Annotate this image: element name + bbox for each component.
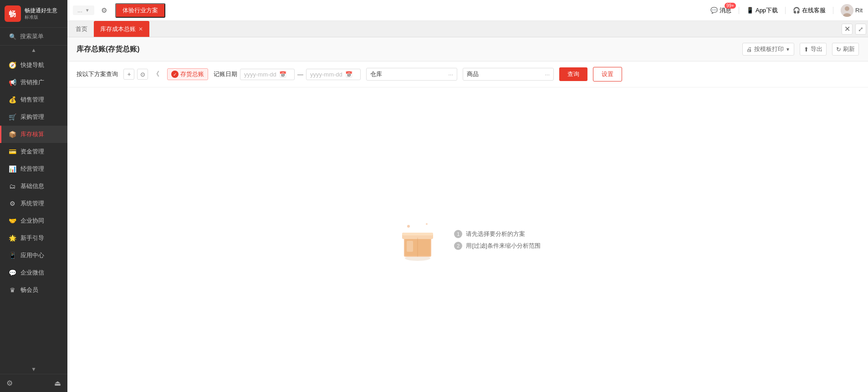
collapse-filter-btn[interactable]: 《 bbox=[151, 69, 162, 80]
date-end-input[interactable]: yyyy-mm-dd 📅 bbox=[306, 69, 361, 80]
sidebar-item-apps[interactable]: 📱 应用中心 bbox=[0, 247, 67, 264]
topbar-gear-btn[interactable]: ⚙ bbox=[98, 4, 111, 17]
scheme-tag[interactable]: ✓ 存货总账 bbox=[167, 68, 208, 80]
inventory-icon: 📦 bbox=[8, 131, 17, 138]
sidebar-item-vip[interactable]: ♛ 畅会员 bbox=[0, 281, 67, 299]
sidebar-item-quick-nav[interactable]: 🧭 快捷导航 bbox=[0, 56, 67, 74]
tab-inventory-ledger[interactable]: 库存成本总账 ✕ bbox=[94, 21, 149, 37]
empty-tip-1: 1 请先选择要分析的方案 bbox=[454, 230, 540, 238]
scroll-up-btn[interactable]: ▲ bbox=[0, 46, 67, 55]
svg-point-10 bbox=[407, 225, 410, 228]
sidebar-nav: 🧭 快捷导航 📢 营销推广 💰 销售管理 🛒 采购管理 📦 库存核算 💳 资金管… bbox=[0, 55, 67, 365]
sidebar-item-newbie[interactable]: 🌟 新手引导 bbox=[0, 229, 67, 247]
query-btn[interactable]: 查询 bbox=[559, 67, 587, 81]
calendar-start-icon: 📅 bbox=[279, 71, 286, 78]
settings-footer-btn[interactable]: ⚙ bbox=[6, 379, 13, 387]
page-title: 库存总账(存货总账) bbox=[77, 45, 140, 54]
scheme-icon: ✓ bbox=[171, 71, 179, 78]
print-icon: 🖨 bbox=[746, 46, 752, 53]
export-btn[interactable]: ⬆ 导出 bbox=[800, 43, 827, 56]
sidebar-item-cooperation[interactable]: 🤝 企业协同 bbox=[0, 212, 67, 229]
page-content: 库存总账(存货总账) 🖨 按模板打印 ▼ ⬆ 导出 ↻ 刷新 按以下方案查询 bbox=[67, 37, 868, 392]
topbar-left: ... ▼ ⚙ 体验行业方案 bbox=[73, 3, 710, 18]
marketing-icon: 📢 bbox=[8, 79, 17, 86]
breadcrumb[interactable]: ... ▼ bbox=[73, 5, 94, 15]
app-download-btn[interactable]: 📱 App下载 bbox=[746, 6, 778, 15]
quick-nav-icon: 🧭 bbox=[8, 61, 17, 69]
svg-point-2 bbox=[845, 6, 849, 11]
message-icon: 💬 bbox=[710, 7, 718, 14]
sidebar-item-inventory[interactable]: 📦 库存核算 bbox=[0, 126, 67, 143]
settings-btn[interactable]: 设置 bbox=[593, 67, 622, 81]
sidebar-item-system[interactable]: ⚙ 系统管理 bbox=[0, 195, 67, 212]
sidebar-item-purchase[interactable]: 🛒 采购管理 bbox=[0, 108, 67, 126]
scroll-down-btn[interactable]: ▼ bbox=[0, 365, 67, 374]
print-dropdown-icon: ▼ bbox=[786, 47, 790, 52]
wechat-icon: 💬 bbox=[8, 269, 17, 276]
export-icon: ⬆ bbox=[804, 46, 809, 53]
basic-icon: 🗂 bbox=[8, 183, 17, 190]
warehouse-field[interactable]: 仓库 ··· bbox=[366, 68, 457, 81]
search-icon: 🔍 bbox=[9, 33, 16, 40]
filter-label: 按以下方案查询 bbox=[77, 70, 118, 78]
user-profile-btn[interactable]: Rit bbox=[841, 4, 863, 17]
apps-icon: 📱 bbox=[8, 252, 17, 259]
sidebar-item-marketing[interactable]: 📢 营销推广 bbox=[0, 74, 67, 91]
tip-num-1: 1 bbox=[454, 230, 462, 238]
edit-filter-btn[interactable]: ⊙ bbox=[137, 69, 148, 80]
tip-num-2: 2 bbox=[454, 242, 462, 250]
sidebar-item-wechat[interactable]: 💬 企业微信 bbox=[0, 264, 67, 281]
page-actions: 🖨 按模板打印 ▼ ⬆ 导出 ↻ 刷新 bbox=[742, 43, 859, 56]
product-field[interactable]: 商品 ··· bbox=[463, 68, 554, 81]
breadcrumb-arrow: ▼ bbox=[85, 8, 90, 13]
filter-actions: ＋ ⊙ 《 bbox=[123, 69, 162, 80]
app-logo: 畅 畅捷通好生意 标准版 bbox=[0, 0, 67, 28]
system-icon: ⚙ bbox=[8, 200, 17, 207]
sidebar-item-sales[interactable]: 💰 销售管理 bbox=[0, 91, 67, 108]
refresh-btn[interactable]: ↻ 刷新 bbox=[832, 43, 859, 56]
sidebar-item-finance[interactable]: 💳 资金管理 bbox=[0, 143, 67, 160]
sidebar-item-operations[interactable]: 📊 经营管理 bbox=[0, 160, 67, 178]
vip-icon: ♛ bbox=[8, 286, 17, 294]
operations-icon: 📊 bbox=[8, 165, 17, 173]
speaker-footer-btn[interactable]: ⏏ bbox=[54, 379, 61, 387]
svg-text:畅: 畅 bbox=[9, 10, 16, 18]
messages-btn[interactable]: 💬 消息 99+ bbox=[710, 6, 731, 15]
tab-home[interactable]: 首页 bbox=[69, 21, 94, 37]
mobile-icon: 📱 bbox=[746, 7, 754, 14]
calendar-end-icon: 📅 bbox=[345, 71, 352, 78]
panel-close-btn[interactable]: ✕ bbox=[842, 24, 853, 35]
username-label: Rit bbox=[855, 7, 863, 14]
topbar: ... ▼ ⚙ 体验行业方案 💬 消息 99+ 📱 App下载 🎧 在线客服 bbox=[67, 0, 868, 21]
topbar-right: 💬 消息 99+ 📱 App下载 🎧 在线客服 bbox=[710, 4, 863, 17]
date-range: 记账日期 yyyy-mm-dd 📅 — yyyy-mm-dd 📅 bbox=[214, 69, 361, 80]
svg-point-11 bbox=[426, 223, 428, 225]
add-filter-btn[interactable]: ＋ bbox=[123, 69, 134, 80]
svg-rect-7 bbox=[407, 241, 413, 252]
sidebar-item-basic[interactable]: 🗂 基础信息 bbox=[0, 178, 67, 195]
warehouse-more-icon: ··· bbox=[448, 71, 453, 78]
online-service-btn[interactable]: 🎧 在线客服 bbox=[793, 6, 826, 15]
tab-close-btn[interactable]: ✕ bbox=[138, 26, 143, 32]
page-header: 库存总账(存货总账) 🖨 按模板打印 ▼ ⬆ 导出 ↻ 刷新 bbox=[67, 37, 868, 61]
sidebar-footer: ⚙ ⏏ bbox=[0, 374, 67, 392]
purchase-icon: 🛒 bbox=[8, 113, 17, 121]
avatar bbox=[841, 4, 853, 17]
date-label: 记账日期 bbox=[214, 70, 237, 78]
empty-state: 1 请先选择要分析的方案 2 用[过滤]条件来缩小分析范围 bbox=[67, 87, 868, 392]
sidebar: 畅 畅捷通好生意 标准版 🔍 搜索菜单 ▲ 🧭 快捷导航 📢 营销推广 💰 销售… bbox=[0, 0, 67, 392]
panel-expand-btn[interactable]: ⤢ bbox=[855, 24, 866, 35]
print-btn[interactable]: 🖨 按模板打印 ▼ bbox=[742, 43, 794, 56]
scheme-selector: ✓ 存货总账 bbox=[167, 68, 208, 80]
svg-rect-9 bbox=[402, 233, 433, 235]
refresh-icon: ↻ bbox=[836, 46, 841, 53]
empty-content: 1 请先选择要分析的方案 2 用[过滤]条件来缩小分析范围 bbox=[395, 217, 540, 263]
logo-text: 畅捷通好生意 标准版 bbox=[25, 7, 57, 20]
industry-solution-btn[interactable]: 体验行业方案 bbox=[115, 3, 165, 18]
search-menu[interactable]: 🔍 搜索菜单 bbox=[0, 28, 67, 46]
breadcrumb-text: ... bbox=[77, 7, 82, 14]
date-start-input[interactable]: yyyy-mm-dd 📅 bbox=[240, 69, 295, 80]
finance-icon: 💳 bbox=[8, 148, 17, 155]
empty-tip-2: 2 用[过滤]条件来缩小分析范围 bbox=[454, 242, 540, 250]
date-separator: — bbox=[297, 71, 303, 78]
